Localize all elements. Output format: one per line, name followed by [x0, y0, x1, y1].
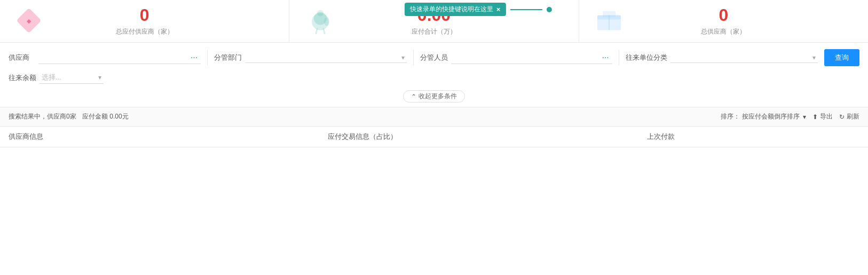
balance-field: 往来余额 选择... ▾ — [9, 72, 179, 84]
total-suppliers-number: 0 — [719, 6, 728, 25]
results-info: 搜索结果中，供应商0家 应付金额 0.00元 — [9, 112, 133, 121]
table-header: 供应商信息 应付交易信息（占比） 上次付款 — [0, 127, 868, 147]
payable-total-label: 应付合计（万） — [412, 27, 456, 36]
unit-field: 往来单位分类 ▾ — [626, 52, 818, 63]
th-last-payment: 上次付款 — [647, 132, 860, 142]
person-input-wrap[interactable]: ··· — [451, 52, 612, 64]
stat-total-suppliers: 0 总供应商（家） — [579, 0, 868, 42]
filter-bar: 供应商 ··· 分管部门 ▾ 分管人员 ··· — [0, 43, 868, 107]
sort-select[interactable]: 排序： 按应付会额倒序排序 ▾ — [721, 112, 806, 121]
total-suppliers-label: 总供应商（家） — [701, 27, 746, 36]
balance-chevron[interactable]: ▾ — [98, 74, 101, 81]
svg-rect-11 — [603, 11, 616, 17]
tooltip-close[interactable]: × — [496, 5, 501, 13]
total-payable-suppliers-label: 总应付供应商（家） — [116, 27, 173, 36]
total-payable-suppliers-number: 0 — [140, 6, 149, 25]
department-field: 分管部门 ▾ — [214, 52, 406, 63]
results-info-1: 搜索结果中，供应商0家 — [9, 113, 76, 120]
collapse-button[interactable]: ⌃ 收起更多条件 — [403, 90, 465, 103]
table-body — [0, 147, 868, 275]
export-button[interactable]: ⬆ 导出 — [812, 112, 833, 121]
th-payable-info: 应付交易信息（占比） — [328, 132, 647, 142]
supplier-field: 供应商 ··· — [9, 52, 201, 64]
supplier-dots[interactable]: ··· — [190, 53, 199, 62]
collapse-arrow: ⌃ — [411, 93, 416, 100]
person-label: 分管人员 — [420, 53, 448, 62]
svg-line-6 — [316, 29, 317, 33]
results-info-2: 应付金额 0.00元 — [82, 113, 129, 120]
unit-input-wrap[interactable]: ▾ — [670, 52, 818, 63]
sort-label: 排序： — [721, 112, 740, 121]
person-field: 分管人员 ··· — [420, 52, 612, 64]
person-dots[interactable]: ··· — [601, 53, 610, 62]
tooltip-text: 快速录单的快捷键说明在这里 — [410, 5, 493, 14]
export-icon: ⬆ — [812, 113, 818, 121]
balance-label: 往来余额 — [9, 73, 36, 83]
svg-point-4 — [324, 17, 329, 26]
refresh-label[interactable]: 刷新 — [847, 112, 859, 121]
department-input-wrap[interactable]: ▾ — [245, 52, 406, 63]
unit-label: 往来单位分类 — [626, 53, 667, 62]
export-label[interactable]: 导出 — [820, 112, 833, 121]
svg-point-5 — [317, 10, 323, 16]
filter-row-1: 供应商 ··· 分管部门 ▾ 分管人员 ··· — [9, 49, 859, 66]
box-icon — [595, 9, 623, 34]
department-label: 分管部门 — [214, 53, 242, 62]
refresh-button[interactable]: ↻ 刷新 — [839, 112, 859, 121]
supplier-label: 供应商 — [9, 53, 35, 62]
sort-value[interactable]: 按应付会额倒序排序 — [742, 112, 800, 121]
sort-chevron: ▾ — [803, 113, 806, 121]
collapse-row: ⌃ 收起更多条件 — [9, 87, 859, 107]
tooltip-line — [510, 9, 542, 10]
unit-chevron[interactable]: ▾ — [812, 54, 816, 61]
th-supplier-info: 供应商信息 — [9, 132, 328, 142]
tooltip-bubble: 快速录单的快捷键说明在这里 × — [405, 3, 506, 16]
department-chevron[interactable]: ▾ — [401, 54, 405, 61]
collapse-label: 收起更多条件 — [419, 92, 457, 101]
department-input[interactable] — [247, 53, 401, 61]
supplier-input-wrap[interactable]: ··· — [38, 52, 201, 64]
person-input[interactable] — [453, 53, 601, 61]
balance-placeholder: 选择... — [42, 73, 98, 82]
divider-1 — [207, 50, 208, 66]
stat-payable-total: 0.00 应付合计（万） 快速录单的快捷键说明在这里 × — [289, 0, 579, 42]
divider-2 — [413, 50, 414, 66]
svg-text:◆: ◆ — [27, 17, 31, 23]
table: 供应商信息 应付交易信息（占比） 上次付款 — [0, 127, 868, 275]
tooltip-dot — [546, 7, 551, 12]
diamond-icon: ◆ — [16, 7, 42, 35]
piggy-icon — [305, 5, 335, 37]
supplier-input[interactable] — [41, 53, 190, 61]
query-button[interactable]: 查询 — [824, 49, 859, 66]
stats-bar: ◆ 0 总应付供应商（家） 0.00 应付合计（万） 快速录单的快捷键说明在这里… — [0, 0, 868, 43]
refresh-icon: ↻ — [839, 113, 845, 121]
balance-select[interactable]: 选择... ▾ — [40, 72, 104, 84]
unit-input[interactable] — [673, 53, 812, 61]
svg-line-7 — [323, 29, 325, 33]
divider-3 — [619, 50, 619, 66]
results-actions: 排序： 按应付会额倒序排序 ▾ ⬆ 导出 ↻ 刷新 — [721, 112, 859, 121]
filter-row-2: 往来余额 选择... ▾ — [9, 72, 859, 84]
tooltip-container: 快速录单的快捷键说明在这里 × — [405, 3, 552, 16]
stat-total-payable-suppliers: ◆ 0 总应付供应商（家） — [0, 0, 289, 42]
results-bar: 搜索结果中，供应商0家 应付金额 0.00元 排序： 按应付会额倒序排序 ▾ ⬆… — [0, 107, 868, 127]
